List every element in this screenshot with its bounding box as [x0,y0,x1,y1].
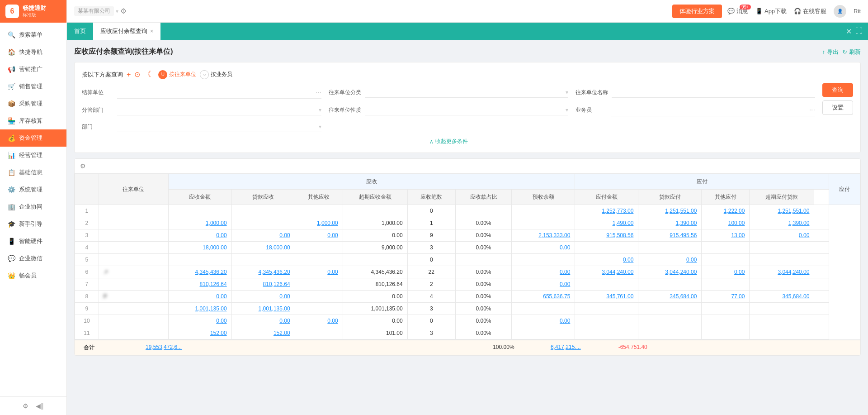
row-recv-amt-3[interactable]: 0.00 [168,229,231,242]
query-settings-icon[interactable]: ⊙ [134,70,140,79]
row-pay-amt-2[interactable]: 1,490.00 [575,217,638,229]
sidebar-collapse-icon[interactable]: ◀‖ [36,402,44,410]
sidebar-item-member[interactable]: 👑 畅会员 [0,267,66,284]
sidebar-item-finance[interactable]: 💰 资金管理 [0,129,66,147]
row-prepaid-3[interactable]: 2,153,333.00 [512,229,575,242]
partner-nature-field[interactable]: ▾ [365,105,568,115]
row-recv-amt-6[interactable]: 4,345,436.20 [168,266,231,278]
tab-close-all-icon[interactable]: ✕ [846,27,852,36]
row-pay-amt-8[interactable]: 345,761.00 [575,291,638,303]
row-overdue-pay-1[interactable]: 1,251,551.00 [750,205,814,217]
salesman-field[interactable]: ··· [611,104,815,116]
row-loan-recv-4[interactable]: 18,000.00 [231,242,295,254]
row-other-pay-1[interactable]: 1,222.00 [702,205,750,217]
row-pay-amt-5[interactable]: 0.00 [575,254,638,266]
settlement-field[interactable]: ··· [117,86,321,99]
method-by-employee[interactable]: ○ 按业务员 [200,70,232,79]
sidebar-item-wechat[interactable]: 💬 企业微信 [0,250,66,267]
row-loan-recv-9[interactable]: 1,001,135.00 [231,303,295,315]
sidebar-item-hardware[interactable]: 📱 智能硬件 [0,233,66,250]
query-collapse-icon[interactable]: 《 [144,70,151,79]
row-loan-pay-3[interactable]: 915,495.56 [638,229,702,242]
row-other-pay-3[interactable]: 13.00 [702,229,750,242]
row-loan-recv-3[interactable]: 0.00 [231,229,295,242]
sidebar-item-operations[interactable]: 📊 经营管理 [0,147,66,164]
settings-button[interactable]: 设置 [822,100,853,115]
sidebar-item-basic-info[interactable]: 📋 基础信息 [0,164,66,181]
row-recv-amt-2[interactable]: 1,000.00 [168,217,231,229]
tab-ar-query-close-icon[interactable]: × [150,28,153,34]
row-pay-amt-1[interactable]: 1,252,773.00 [575,205,638,217]
collapse-button[interactable]: ∧ 收起更多条件 [429,138,468,145]
sidebar-settings-icon[interactable]: ⚙ [23,402,28,410]
row-recv-amt-7[interactable]: 810,126.64 [168,278,231,291]
row-other-recv-6[interactable]: 0.00 [295,266,343,278]
row-prepaid-10[interactable]: 0.00 [512,315,575,327]
notification-button[interactable]: 💬 消息 99+ [727,7,748,15]
online-service-button[interactable]: 🎧 在线客服 [794,7,826,15]
sidebar-item-guide[interactable]: 🎓 新手引导 [0,215,66,233]
row-recv-count-2: 1 [407,217,455,229]
row-prepaid-7[interactable]: 0.00 [512,278,575,291]
row-pay-amt-3[interactable]: 915,508.56 [575,229,638,242]
row-other-recv-3[interactable]: 0.00 [295,229,343,242]
data-table: 往来单位 应收 应付 应付 应收金额 贷款应收 其他应收 超期应收金额 应收笔数… [75,174,860,339]
sidebar-item-sales[interactable]: 🛒 销售管理 [0,78,66,95]
row-other-pay-2[interactable]: 100.00 [702,217,750,229]
row-loan-pay-1[interactable]: 1,251,551.00 [638,205,702,217]
row-recv-amt-4[interactable]: 18,000.00 [168,242,231,254]
row-recv-amt-8[interactable]: 0.00 [168,291,231,303]
row-overdue-pay-6[interactable]: 3,044,240.00 [750,266,814,278]
row-recv-amt-9[interactable]: 1,001,135.00 [168,303,231,315]
tab-fullscreen-icon[interactable]: ⛶ [855,27,863,35]
row-other-recv-2[interactable]: 1,000.00 [295,217,343,229]
row-loan-recv-11[interactable]: 152.00 [231,327,295,339]
app-download-button[interactable]: 📱 App下载 [755,7,787,15]
sidebar-item-system[interactable]: ⚙️ 系统管理 [0,181,66,198]
export-button[interactable]: ↑ 导出 [822,48,839,56]
tab-home[interactable]: 首页 [67,23,93,40]
footer-prepaid-balance[interactable]: 6,417,215.... [519,344,585,352]
row-other-pay-8[interactable]: 77.00 [702,291,750,303]
row-loan-pay-6[interactable]: 3,044,240.00 [638,266,702,278]
row-overdue-pay-3[interactable]: 0.00 [750,229,814,242]
method-by-partner[interactable]: U 按往来单位 [158,70,196,79]
sidebar-item-search-menu[interactable]: 🔍 搜索菜单 [0,26,66,43]
footer-receivable-amount[interactable]: 19,553,472,6... [120,344,186,352]
partner-category-field[interactable]: ▾ [365,87,568,98]
row-loan-pay-8[interactable]: 345,684.00 [638,291,702,303]
topbar-gear-icon[interactable]: ⚙ [120,7,127,15]
row-loan-recv-6[interactable]: 4,345,436.20 [231,266,295,278]
sidebar-item-quick-nav[interactable]: 🏠 快捷导航 [0,43,66,61]
tab-ar-query[interactable]: 应收应付余额查询 × [93,23,160,40]
sidebar-item-marketing[interactable]: 📢 营销推广 [0,61,66,78]
row-pay-amt-10 [575,315,638,327]
row-other-pay-6[interactable]: 0.00 [702,266,750,278]
solution-button[interactable]: 体验行业方案 [672,5,722,18]
row-loan-pay-2[interactable]: 1,390.00 [638,217,702,229]
row-prepaid-6[interactable]: 0.00 [512,266,575,278]
department-field[interactable]: ▾ [117,122,321,132]
query-add-icon[interactable]: + [127,71,131,79]
row-recv-amt-10[interactable]: 0.00 [168,315,231,327]
sidebar-item-purchase[interactable]: 📦 采购管理 [0,95,66,112]
row-loan-recv-10[interactable]: 0.00 [231,315,295,327]
row-other-recv-10[interactable]: 0.00 [295,315,343,327]
row-prepaid-8[interactable]: 655,636.75 [512,291,575,303]
sidebar-item-enterprise[interactable]: 🏢 企业协同 [0,198,66,215]
row-recv-amt-11[interactable]: 152.00 [168,327,231,339]
row-loan-pay-5[interactable]: 0.00 [638,254,702,266]
partner-name-input[interactable] [612,87,815,98]
row-overdue-pay-2[interactable]: 1,390.00 [750,217,814,229]
row-overdue-pay-8[interactable]: 345,684.00 [750,291,814,303]
division-field[interactable]: ▾ [117,105,321,115]
row-prepaid-4[interactable]: 0.00 [512,242,575,254]
query-area-wrapper: 按以下方案查询 + ⊙ 《 U 按往来单位 ○ [74,62,861,153]
row-loan-recv-8[interactable]: 0.00 [231,291,295,303]
row-loan-recv-7[interactable]: 810,126.64 [231,278,295,291]
sidebar-item-inventory[interactable]: 🏪 库存核算 [0,112,66,129]
query-button[interactable]: 查询 [822,83,853,97]
row-pay-amt-6[interactable]: 3,044,240.00 [575,266,638,278]
table-gear-icon[interactable]: ⚙ [80,162,86,170]
refresh-button[interactable]: ↻ 刷新 [842,48,861,56]
